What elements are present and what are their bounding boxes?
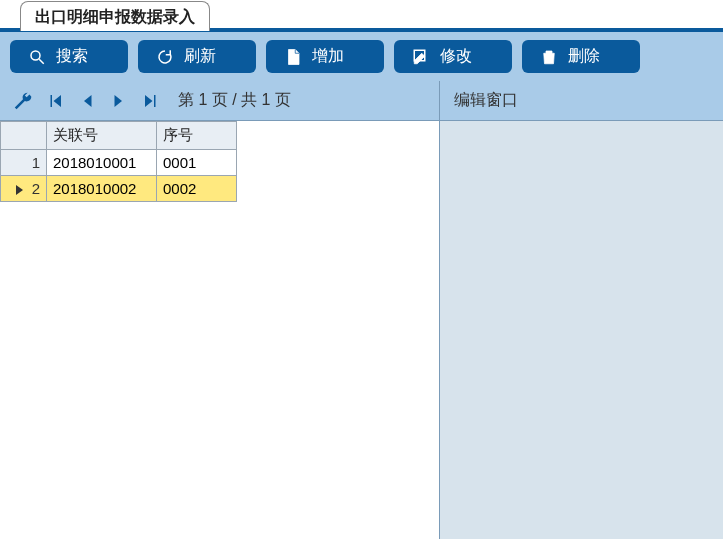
tab-export-detail[interactable]: 出口明细申报数据录入 xyxy=(20,1,210,31)
table-row[interactable]: 2 2018010002 0002 xyxy=(1,176,237,202)
search-button-label: 搜索 xyxy=(56,46,88,67)
first-page-icon[interactable] xyxy=(44,90,66,112)
trash-icon xyxy=(540,48,558,66)
add-file-icon xyxy=(284,48,302,66)
add-button[interactable]: 增加 xyxy=(266,40,384,73)
prev-page-icon[interactable] xyxy=(76,90,98,112)
grid-pane: 关联号 序号 1 2018010001 0001 2 20 xyxy=(0,121,440,539)
toolbar: 搜索 刷新 增加 修改 删除 xyxy=(0,32,723,81)
content: 关联号 序号 1 2018010001 0001 2 20 xyxy=(0,121,723,539)
edit-panel xyxy=(440,121,723,539)
data-grid[interactable]: 关联号 序号 1 2018010001 0001 2 20 xyxy=(0,121,237,202)
col-header-assoc[interactable]: 关联号 xyxy=(47,122,157,150)
row-header: 1 xyxy=(1,150,47,176)
search-icon xyxy=(28,48,46,66)
edit-panel-title: 编辑窗口 xyxy=(440,81,723,120)
cell-assoc[interactable]: 2018010001 xyxy=(47,150,157,176)
row-header: 2 xyxy=(1,176,47,202)
edit-icon xyxy=(412,48,430,66)
add-button-label: 增加 xyxy=(312,46,344,67)
next-page-icon[interactable] xyxy=(108,90,130,112)
refresh-button[interactable]: 刷新 xyxy=(138,40,256,73)
secondary-bar: 第 1 页 / 共 1 页 编辑窗口 xyxy=(0,81,723,121)
delete-button[interactable]: 删除 xyxy=(522,40,640,73)
refresh-icon xyxy=(156,48,174,66)
last-page-icon[interactable] xyxy=(140,90,162,112)
edit-button[interactable]: 修改 xyxy=(394,40,512,73)
grid-corner xyxy=(1,122,47,150)
table-row[interactable]: 1 2018010001 0001 xyxy=(1,150,237,176)
cell-seq[interactable]: 0002 xyxy=(157,176,237,202)
row-indicator-icon xyxy=(16,185,23,195)
page-indicator: 第 1 页 / 共 1 页 xyxy=(178,90,291,111)
col-header-seq[interactable]: 序号 xyxy=(157,122,237,150)
svg-point-0 xyxy=(31,51,40,60)
delete-button-label: 删除 xyxy=(568,46,600,67)
cell-assoc[interactable]: 2018010002 xyxy=(47,176,157,202)
wrench-icon[interactable] xyxy=(12,90,34,112)
tab-label: 出口明细申报数据录入 xyxy=(35,8,195,25)
tab-bar: 出口明细申报数据录入 xyxy=(0,0,723,32)
search-button[interactable]: 搜索 xyxy=(10,40,128,73)
cell-seq[interactable]: 0001 xyxy=(157,150,237,176)
svg-line-1 xyxy=(39,59,44,64)
pager: 第 1 页 / 共 1 页 xyxy=(0,81,440,120)
refresh-button-label: 刷新 xyxy=(184,46,216,67)
edit-button-label: 修改 xyxy=(440,46,472,67)
